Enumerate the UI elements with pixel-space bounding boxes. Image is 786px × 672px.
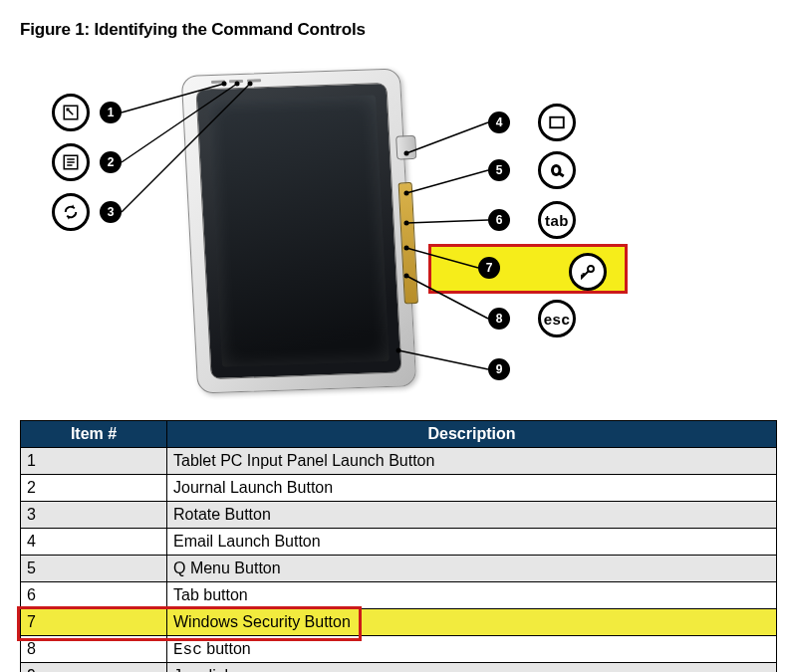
table-cell-item: 4 — [21, 529, 167, 556]
table-row: 7Windows Security Button — [21, 609, 777, 636]
svg-line-14 — [406, 220, 488, 223]
q-menu-icon — [538, 151, 576, 189]
table-cell-desc: Tablet PC Input Panel Launch Button — [167, 448, 777, 475]
marker-3: 3 — [100, 201, 122, 223]
svg-point-8 — [554, 167, 559, 173]
table-cell-item: 6 — [21, 582, 167, 609]
svg-rect-6 — [550, 117, 564, 128]
table-cell-desc: Journal Launch Button — [167, 475, 777, 502]
table-row: 4Email Launch Button — [21, 529, 777, 556]
table-cell-desc: Q Menu Button — [167, 556, 777, 582]
table-cell-desc: Esc button — [167, 636, 777, 663]
table-header-item: Item # — [21, 421, 167, 448]
figure-title: Figure 1: Identifying the Command Contro… — [20, 20, 766, 40]
table-cell-item: 1 — [21, 448, 167, 475]
marker-8: 8 — [488, 308, 510, 330]
marker-6: 6 — [488, 209, 510, 231]
security-key-icon — [569, 253, 607, 291]
table-cell-desc: Jog dial — [167, 663, 777, 673]
table-wrap: Item # Description 1Tablet PC Input Pane… — [20, 420, 766, 672]
table-cell-item: 8 — [21, 636, 167, 663]
table-cell-desc: Windows Security Button — [167, 609, 777, 636]
svg-point-5 — [588, 266, 594, 272]
table-cell-desc: Rotate Button — [167, 502, 777, 529]
marker-7: 7 — [478, 257, 500, 279]
table-row: 6Tab button — [21, 582, 777, 609]
table-header-desc: Description — [167, 421, 777, 448]
table-row: 1Tablet PC Input Panel Launch Button — [21, 448, 777, 475]
table-cell-desc: Email Launch Button — [167, 529, 777, 556]
table-cell-item: 3 — [21, 502, 167, 529]
table-row: 3Rotate Button — [21, 502, 777, 529]
svg-line-12 — [406, 122, 488, 153]
table-row: 5Q Menu Button — [21, 556, 777, 582]
marker-4: 4 — [488, 112, 510, 133]
table-row: 8Esc button — [21, 636, 777, 663]
tablet-device — [181, 68, 417, 393]
marker-2: 2 — [100, 151, 122, 173]
table-cell-item: 2 — [21, 475, 167, 502]
highlight-box-diagram — [428, 244, 628, 294]
controls-table: Item # Description 1Tablet PC Input Pane… — [20, 420, 777, 672]
rotate-icon — [52, 193, 90, 231]
table-row: 9Jog dial — [21, 663, 777, 673]
email-icon — [538, 104, 576, 141]
tab-icon: tab — [538, 201, 576, 239]
svg-line-13 — [406, 170, 488, 193]
table-cell-item: 7 — [21, 609, 167, 636]
journal-icon — [52, 143, 90, 181]
table-cell-desc: Tab button — [167, 582, 777, 609]
marker-5: 5 — [488, 159, 510, 181]
marker-1: 1 — [100, 102, 122, 123]
table-cell-item: 5 — [21, 556, 167, 582]
esc-icon: esc — [538, 300, 576, 337]
marker-9: 9 — [488, 358, 510, 380]
diagram-area: 1 2 3 4 5 6 7 8 9 tab esc — [20, 52, 638, 410]
input-panel-icon — [52, 94, 90, 131]
table-cell-item: 9 — [21, 663, 167, 673]
table-row: 2Journal Launch Button — [21, 475, 777, 502]
